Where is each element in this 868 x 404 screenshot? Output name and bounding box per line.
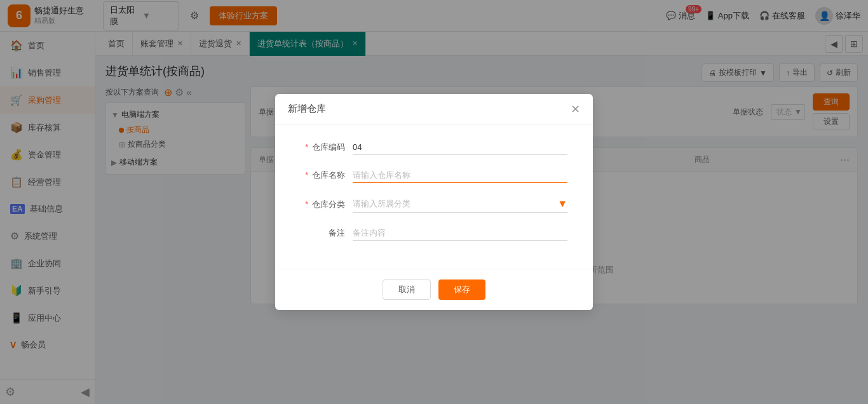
category-form-label: * 仓库分类 — [301, 199, 345, 210]
required-star-name: * — [305, 170, 308, 180]
modal-close-btn[interactable]: ✕ — [571, 104, 580, 115]
name-input[interactable] — [353, 168, 567, 183]
form-row-note: 备注 — [301, 226, 567, 241]
modal-footer: 取消 保存 — [275, 269, 593, 310]
modal-title: 新增仓库 — [288, 103, 326, 115]
required-star-cat: * — [305, 199, 308, 209]
code-label: * 仓库编码 — [301, 142, 345, 153]
modal-header: 新增仓库 ✕ — [275, 94, 593, 125]
cancel-button[interactable]: 取消 — [383, 279, 431, 300]
modal-overlay[interactable]: 新增仓库 ✕ * 仓库编码 * 仓库名称 — [0, 0, 868, 404]
modal-dialog: 新增仓库 ✕ * 仓库编码 * 仓库名称 — [275, 94, 593, 310]
form-row-code: * 仓库编码 — [301, 140, 567, 155]
category-dropdown-arrow: ▼ — [557, 198, 567, 210]
form-row-category: * 仓库分类 请输入所属分类 ▼ — [301, 196, 567, 213]
note-form-label: 备注 — [301, 227, 345, 239]
save-button[interactable]: 保存 — [438, 279, 485, 300]
category-select[interactable]: 请输入所属分类 ▼ — [353, 196, 567, 213]
code-input[interactable] — [353, 140, 567, 155]
form-row-name: * 仓库名称 — [301, 168, 567, 183]
note-input[interactable] — [353, 226, 567, 241]
name-label: * 仓库名称 — [301, 170, 345, 181]
modal-body: * 仓库编码 * 仓库名称 * 仓库分类 请输入 — [275, 125, 593, 269]
category-placeholder: 请输入所属分类 — [353, 198, 557, 210]
required-star-code: * — [305, 142, 308, 152]
